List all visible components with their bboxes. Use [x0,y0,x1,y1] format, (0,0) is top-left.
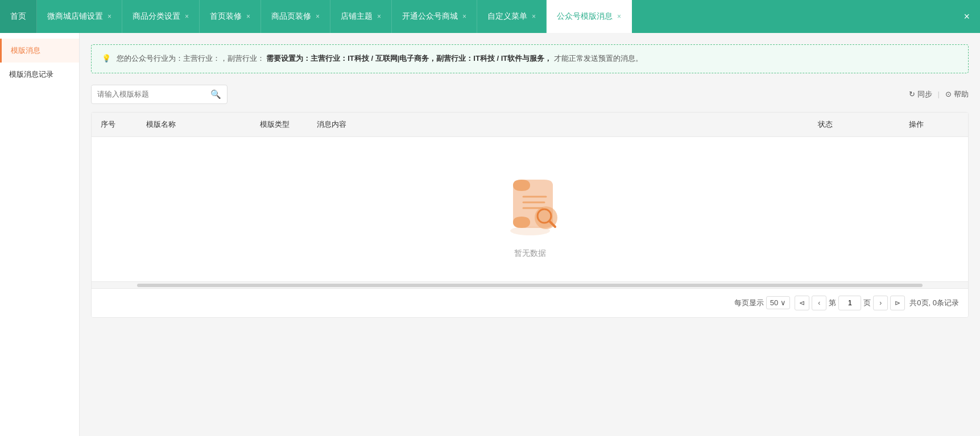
page-suffix: 页 [863,298,871,308]
tab-custom-menu[interactable]: 自定义菜单 × [477,0,547,33]
page-size-dropdown[interactable]: 50 ∨ [766,296,790,309]
toolbar-divider: | [938,90,940,98]
first-page-button[interactable]: ⊲ [795,296,809,310]
main-content: 💡 您的公众号行业为：主营行业：，副营行业： 需要设置为：主营行业：IT科技 /… [80,33,980,436]
col-header-action: 操作 [900,113,968,136]
col-header-name: 模版名称 [137,113,251,136]
search-bar: 🔍 ↻ 同步 | ⊙ 帮助 [91,85,969,104]
help-icon: ⊙ [945,90,952,98]
search-input-wrap: 🔍 [91,85,228,104]
empty-illustration [496,171,564,239]
prev-page-button[interactable]: ‹ [812,296,826,310]
col-header-type: 模版类型 [251,113,308,136]
close-tab-home-decor[interactable]: × [246,13,250,20]
scrollbar-track [137,284,923,287]
table-header: 序号 模版名称 模版类型 消息内容 状态 操作 [92,113,968,137]
total-info: 共0页, 0条记录 [909,298,959,308]
toolbar-right: ↻ 同步 | ⊙ 帮助 [909,89,969,99]
tab-home-decor[interactable]: 首页装修 × [200,0,261,33]
col-header-content: 消息内容 [308,113,809,136]
page-size-label: 每页显示 [734,298,764,308]
close-tab-micro-shop[interactable]: × [107,13,111,20]
empty-text: 暂无数据 [514,248,546,259]
sync-icon: ↻ [909,90,915,98]
close-tab-open-mall[interactable]: × [462,13,466,20]
pagination: 每页显示 50 ∨ ⊲ ‹ 第 页 › ⊳ 共0页, 0条记录 [92,288,968,317]
chevron-down-icon: ∨ [780,298,786,307]
col-header-seq: 序号 [92,113,137,136]
next-page-button[interactable]: › [873,296,888,310]
close-tab-shop-theme[interactable]: × [377,13,381,20]
tab-product-decor[interactable]: 商品页装修 × [261,0,330,33]
tab-template-msg[interactable]: 公众号模版消息 × [547,0,632,33]
help-button[interactable]: ⊙ 帮助 [945,89,969,99]
sync-button[interactable]: ↻ 同步 [909,89,932,99]
close-tab-product-decor[interactable]: × [316,13,320,20]
page-prefix: 第 [829,298,836,308]
tab-bar: 首页 微商城店铺设置 × 商品分类设置 × 首页装修 × 商品页装修 × 店铺主… [0,0,980,33]
notice-box: 💡 您的公众号行业为：主营行业：，副营行业： 需要设置为：主营行业：IT科技 /… [91,44,969,73]
tab-home[interactable]: 首页 [0,0,37,33]
page-number-input[interactable] [838,296,861,310]
notice-icon: 💡 [102,54,111,63]
tab-product-category[interactable]: 商品分类设置 × [122,0,200,33]
sidebar-item-template-msg[interactable]: 模版消息 [0,39,79,63]
page-navigation: ⊲ ‹ 第 页 › ⊳ [795,296,905,310]
tab-open-mall[interactable]: 开通公众号商城 × [392,0,477,33]
tab-shop-theme[interactable]: 店铺主题 × [330,0,392,33]
sidebar: 模版消息 模版消息记录 [0,33,80,436]
data-table: 序号 模版名称 模版类型 消息内容 状态 操作 [91,112,969,318]
search-input[interactable] [92,86,205,102]
main-layout: 模版消息 模版消息记录 💡 您的公众号行业为：主营行业：，副营行业： 需要设置为… [0,33,980,436]
tab-micro-shop[interactable]: 微商城店铺设置 × [37,0,122,33]
search-button[interactable]: 🔍 [205,85,227,103]
close-all-tabs[interactable]: × [953,11,980,23]
last-page-button[interactable]: ⊳ [890,296,905,310]
close-tab-custom-menu[interactable]: × [532,13,536,20]
horizontal-scrollbar[interactable] [92,281,968,288]
empty-state: 暂无数据 [92,137,968,281]
close-tab-product-category[interactable]: × [185,13,189,20]
col-header-status: 状态 [809,113,900,136]
close-tab-template-msg[interactable]: × [617,13,621,20]
page-size-select: 每页显示 50 ∨ [734,296,790,309]
sidebar-item-template-msg-record[interactable]: 模版消息记录 [0,63,79,86]
